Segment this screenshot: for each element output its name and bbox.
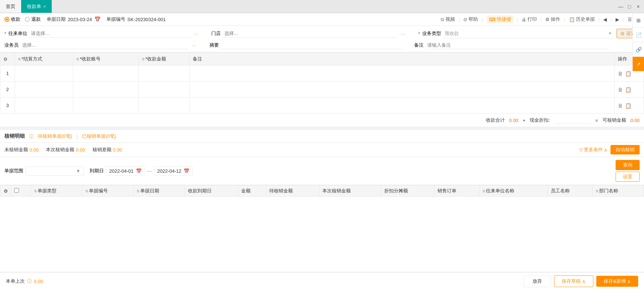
th-pending-amount: 待核销金额 [266, 185, 319, 197]
form-area: * 往来单位 ··· 门店 ··· * 业务类型 预收款 ▼ [0, 26, 644, 52]
partner-field: * 往来单位 ··· [4, 30, 200, 38]
tab-close-icon[interactable]: × [43, 4, 46, 9]
close-button[interactable]: × [635, 4, 641, 9]
delete-icon-3[interactable]: 🗑 [618, 103, 623, 109]
maximize-button[interactable]: □ [627, 4, 632, 9]
auto-verify-button[interactable]: 自动核销 [610, 145, 640, 154]
delete-icon-1[interactable]: 🗑 [618, 71, 623, 77]
copy-icon-3[interactable]: 📋 [625, 103, 631, 109]
abandon-button[interactable]: 放弃 [523, 275, 551, 287]
history-link[interactable]: 📋 历史单据 [569, 16, 595, 23]
note-2[interactable] [190, 82, 615, 98]
settlement-3[interactable] [15, 98, 73, 114]
calendar-icon[interactable]: 📅 [94, 16, 101, 22]
sort-icon-2[interactable]: ⇅ [76, 57, 79, 61]
partner-label: 往来单位 [8, 30, 27, 37]
summary-row: 收款合计 0.00 + 现金折扣: = 可核销金额 0.00 [0, 114, 644, 127]
th-checkbox-all[interactable] [11, 185, 31, 197]
tab-home[interactable]: 首页 [0, 0, 21, 13]
info-icon[interactable]: ⓘ [29, 133, 34, 140]
remark-input[interactable] [426, 41, 608, 49]
footer-info-icon[interactable]: ⓘ [27, 278, 32, 285]
account-2[interactable] [73, 82, 139, 98]
draft-button[interactable]: 保存草稿 ∧ [554, 275, 593, 287]
operation-link[interactable]: ⚙ 操作 [545, 16, 560, 23]
summary-input[interactable] [221, 41, 403, 49]
verification-title: 核销明细 [4, 133, 25, 140]
th-account-label: *收款账号 [80, 56, 101, 62]
minimize-button[interactable]: — [618, 4, 624, 9]
copy-icon-1[interactable]: 📋 [625, 71, 631, 77]
th-checkbox[interactable]: ⚙ [0, 185, 11, 197]
gear-icon-2[interactable]: ⚙ [4, 188, 8, 194]
table-row: 3 🗑 📋 [0, 98, 644, 114]
discount-input[interactable] [554, 117, 591, 124]
staff-field: 业务员 ··· [4, 41, 198, 49]
settlement-2[interactable] [15, 82, 73, 98]
pending-tab[interactable]: 待核销单据(0笔) [38, 133, 72, 140]
th-sales-order: 销售订单 [435, 185, 479, 197]
list-view-icon[interactable]: ☰ [628, 17, 632, 22]
range-select[interactable]: ▼ [25, 166, 84, 176]
sidebar-icon-doc[interactable]: 📄 [633, 28, 644, 42]
date-value[interactable]: 2023-03-24 [68, 17, 92, 22]
partner-input[interactable] [30, 30, 191, 38]
note-1[interactable] [190, 66, 615, 82]
actions-2: 🗑 📋 [615, 82, 644, 98]
sort-dn[interactable]: ⇅ [85, 189, 88, 193]
footer: 本单上次 ⓘ 0.00 放弃 保存草稿 ∧ 保存&新增 ∧ [0, 272, 644, 290]
select-all-checkbox[interactable] [14, 188, 19, 193]
biz-type-select[interactable]: 预收款 ▼ [443, 29, 613, 38]
th-gear[interactable]: ⚙ [0, 53, 15, 66]
sort-dt[interactable]: ⇅ [34, 189, 37, 193]
sort-dd[interactable]: ⇅ [137, 189, 140, 193]
sort-icon-3[interactable]: ⇅ [142, 57, 145, 61]
doc-no-value[interactable]: SK-20230324-001 [127, 17, 166, 22]
shortcut-label: 快捷键 [497, 16, 511, 23]
th-partner: ⇅ 往来单位名称 [479, 185, 547, 197]
sort-pt[interactable]: ⇅ [482, 189, 485, 193]
sidebar-icon-table[interactable]: ⊞ [633, 13, 644, 28]
gear-icon[interactable]: ⚙ [3, 56, 8, 62]
amount-2[interactable] [139, 82, 190, 98]
video-link[interactable]: ⊙ 视频 [440, 16, 455, 23]
account-3[interactable] [73, 98, 139, 114]
radio-refund-dot [25, 17, 30, 22]
date-to-input[interactable]: 2022-04-12 📅 [154, 166, 193, 176]
settlement-1[interactable] [15, 66, 73, 82]
radio-receipt[interactable]: 收款 [4, 16, 20, 23]
tab-receipt[interactable]: 收款单 × [21, 0, 52, 13]
copy-icon-2[interactable]: 📋 [625, 87, 631, 93]
note-3[interactable] [190, 98, 615, 114]
staff-input[interactable] [21, 41, 189, 49]
abandon-label: 放弃 [533, 278, 542, 284]
date-from-input[interactable]: 2022-04-01 📅 [106, 166, 145, 176]
account-1[interactable] [73, 66, 139, 82]
table-row: 2 🗑 📋 [0, 82, 644, 98]
nav-left-icon[interactable]: ◀ [603, 17, 607, 22]
set-button[interactable]: 设置 [616, 172, 640, 182]
amount-3[interactable] [139, 98, 190, 114]
help-link[interactable]: ⊙ 帮助 [463, 16, 478, 23]
store-input[interactable] [223, 30, 397, 38]
save-new-button[interactable]: 保存&新增 ∧ [596, 276, 638, 287]
staff-more-icon[interactable]: ··· [191, 43, 198, 48]
sort-dp[interactable]: ⇅ [596, 189, 598, 193]
sidebar-icon-arrow[interactable]: ↗ [633, 57, 644, 71]
partner-more-icon[interactable]: ··· [193, 31, 200, 36]
completed-tab[interactable]: 已核销单据(0笔) [82, 133, 116, 140]
print-link[interactable]: 🖨 打印 [522, 16, 537, 23]
nav-right-icon[interactable]: ▶ [616, 17, 619, 22]
query-button[interactable]: 查询 [616, 160, 640, 170]
shortcut-link[interactable]: ⌨ 快捷键 [487, 15, 513, 23]
amount-1[interactable] [139, 66, 190, 82]
verification-header: 核销明细 ⓘ 待核销单据(0笔) | 已核销单据(0笔) [0, 130, 644, 143]
store-more-icon[interactable]: ··· [400, 31, 407, 36]
settings-icon: ⚙ [620, 31, 625, 36]
radio-refund[interactable]: 退款 [25, 16, 41, 23]
receipt-type-radio: 收款 退款 [4, 16, 41, 23]
more-conditions-btn[interactable]: ▽ 更多条件 ∧ [579, 146, 608, 153]
delete-icon-2[interactable]: 🗑 [618, 87, 623, 93]
sidebar-icon-link[interactable]: 🔗 [633, 42, 644, 57]
sort-icon[interactable]: ⇅ [18, 57, 21, 61]
